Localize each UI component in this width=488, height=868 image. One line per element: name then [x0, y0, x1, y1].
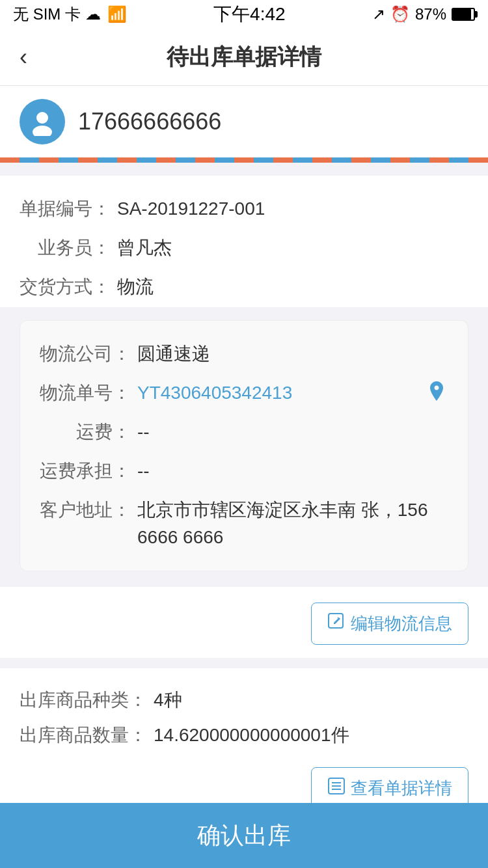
- product-qty-label: 出库商品数量：: [20, 723, 147, 748]
- tracking-value: YT4306405342413: [137, 379, 416, 407]
- back-button[interactable]: ‹: [20, 44, 27, 71]
- svg-point-0: [36, 112, 48, 124]
- location-pin-icon[interactable]: [425, 379, 448, 403]
- nav-bar: ‹ 待出库单据详情: [0, 29, 488, 86]
- tracking-number-row: 物流单号： YT4306405342413: [40, 379, 448, 407]
- freight-bear-row: 运费承担： --: [40, 457, 448, 485]
- alarm-icon: ⏰: [390, 5, 410, 23]
- status-time: 下午4:42: [213, 2, 286, 27]
- edit-logistics-button[interactable]: 编辑物流信息: [311, 603, 468, 645]
- status-right: ↗ ⏰ 87%: [372, 5, 475, 23]
- delivery-method-value: 物流: [117, 273, 468, 301]
- confirm-outbound-button[interactable]: 确认出库: [0, 803, 488, 868]
- avatar: [20, 99, 65, 144]
- status-left: 无 SIM 卡 ☁ 📶: [13, 4, 127, 25]
- product-types-label: 出库商品种类：: [20, 688, 147, 712]
- battery-icon: [452, 8, 475, 21]
- person-icon: [28, 107, 57, 136]
- tracking-label: 物流单号：: [40, 379, 131, 407]
- dashed-divider: [0, 157, 488, 163]
- freight-value: --: [137, 418, 448, 446]
- sales-person-row: 业务员： 曾凡杰: [20, 234, 468, 262]
- battery-label: 87%: [415, 5, 446, 23]
- edit-icon: [327, 612, 346, 635]
- logistics-card: 物流公司： 圆通速递 物流单号： YT4306405342413 运费： -- …: [20, 320, 468, 571]
- sim-label: 无 SIM 卡 ☁: [13, 4, 101, 25]
- logistics-company-row: 物流公司： 圆通速递: [40, 340, 448, 368]
- delivery-method-label: 交货方式：: [20, 273, 111, 301]
- logistics-company-value: 圆通速递: [137, 340, 448, 368]
- outbound-section: 出库商品种类： 4种 出库商品数量： 14.620000000000001件: [0, 668, 488, 767]
- user-header: 17666666666: [0, 86, 488, 157]
- location-icon: ↗: [372, 5, 385, 23]
- edit-logistics-label: 编辑物流信息: [351, 612, 452, 635]
- sales-person-label: 业务员：: [20, 234, 111, 262]
- product-qty-value: 14.620000000000001件: [154, 723, 468, 748]
- wifi-icon: 📶: [107, 5, 127, 23]
- delivery-method-row: 交货方式： 物流: [20, 273, 468, 301]
- list-icon: [327, 777, 346, 800]
- bottom-bar: 确认出库: [0, 803, 488, 868]
- freight-bear-value: --: [137, 457, 448, 485]
- address-label: 客户地址：: [40, 496, 131, 524]
- doc-number-value: SA-20191227-001: [117, 195, 468, 223]
- address-value: 北京市市辖区海淀区永丰南 张，156 6666 6666: [137, 496, 448, 551]
- product-types-value: 4种: [154, 688, 468, 712]
- freight-bear-label: 运费承担：: [40, 457, 131, 485]
- svg-point-1: [33, 126, 52, 136]
- sales-person-value: 曾凡杰: [117, 234, 468, 262]
- user-phone: 17666666666: [78, 108, 221, 135]
- doc-number-row: 单据编号： SA-20191227-001: [20, 195, 468, 223]
- logistics-company-label: 物流公司：: [40, 340, 131, 368]
- freight-row: 运费： --: [40, 418, 448, 446]
- doc-number-label: 单据编号：: [20, 195, 111, 223]
- product-qty-row: 出库商品数量： 14.620000000000001件: [20, 723, 468, 748]
- section-divider: [0, 658, 488, 668]
- view-details-label: 查看单据详情: [351, 777, 452, 800]
- edit-logistics-button-wrap: 编辑物流信息: [0, 587, 488, 658]
- page-title: 待出库单据详情: [167, 42, 321, 72]
- status-bar: 无 SIM 卡 ☁ 📶 下午4:42 ↗ ⏰ 87%: [0, 0, 488, 29]
- freight-label: 运费：: [40, 418, 131, 446]
- product-types-row: 出库商品种类： 4种: [20, 688, 468, 712]
- document-info-section: 单据编号： SA-20191227-001 业务员： 曾凡杰 交货方式： 物流: [0, 176, 488, 307]
- address-row: 客户地址： 北京市市辖区海淀区永丰南 张，156 6666 6666: [40, 496, 448, 551]
